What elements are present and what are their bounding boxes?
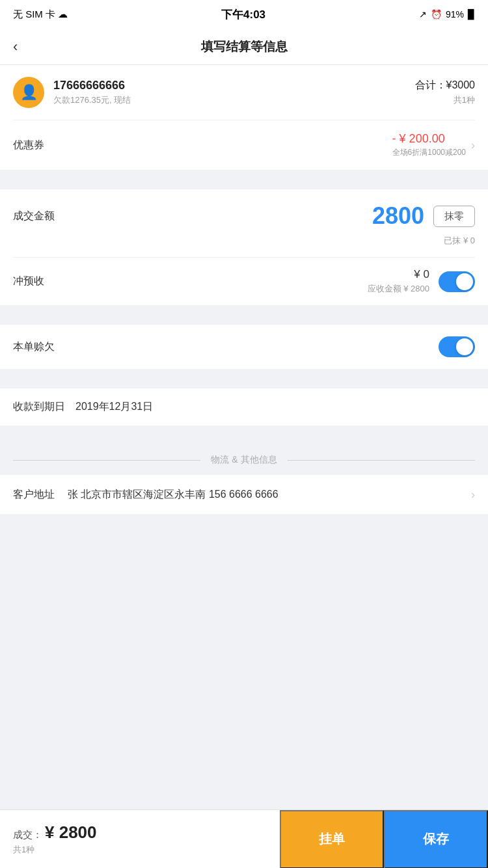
address-value: 张 北京市市辖区海淀区永丰南 156 6666 6666 xyxy=(68,487,465,502)
avatar: 👤 xyxy=(13,77,44,108)
coupon-desc: 全场6折满1000减200 xyxy=(392,147,466,158)
bottom-amount: ¥ 2800 xyxy=(45,822,97,843)
debt-section: 本单赊欠 xyxy=(0,325,488,369)
status-right: ↗ ⏰ 91% ▉ xyxy=(419,9,475,20)
total-value: ¥3000 xyxy=(446,79,476,90)
address-label: 客户地址 xyxy=(13,487,55,502)
customer-left: 👤 17666666666 欠款1276.35元, 现结 xyxy=(13,77,131,108)
status-time: 下午4:03 xyxy=(221,7,265,22)
debt-label: 本单赊欠 xyxy=(13,340,55,354)
customer-card: 👤 17666666666 欠款1276.35元, 现结 合计：¥3000 共1… xyxy=(0,65,488,170)
prepay-row: 冲预收 ¥ 0 应收金额 ¥ 2800 xyxy=(0,258,488,305)
due-date-label: 收款到期日 xyxy=(13,400,65,414)
battery-label: 91% xyxy=(446,9,464,20)
nav-bar: ‹ 填写结算等信息 xyxy=(0,29,488,65)
spacer-4 xyxy=(0,432,488,445)
amount-row: 成交金额 2800 抹零 xyxy=(0,189,488,235)
location-icon: ↗ xyxy=(419,9,427,20)
due-date-row: 收款到期日 2019年12月31日 xyxy=(13,400,475,414)
address-row: 客户地址 张 北京市市辖区海淀区永丰南 156 6666 6666 › xyxy=(13,487,475,502)
coupon-arrow-icon: › xyxy=(471,139,475,152)
coupon-discount: - ¥ 200.00 xyxy=(392,132,466,146)
debt-toggle[interactable] xyxy=(439,336,475,357)
bottom-count: 共1种 xyxy=(13,844,267,856)
prepay-label: 冲预收 xyxy=(13,275,44,288)
hang-button[interactable]: 挂单 xyxy=(280,810,384,869)
customer-right: 合计：¥3000 共1种 xyxy=(415,79,476,106)
status-left: 无 SIM 卡 ☁ xyxy=(13,8,68,21)
alarm-icon: ⏰ xyxy=(431,9,442,20)
bottom-label: 成交： xyxy=(13,829,42,841)
prepay-right: ¥ 0 应收金额 ¥ 2800 xyxy=(368,268,475,295)
logistics-label: 物流 & 其他信息 xyxy=(211,454,277,466)
spacer xyxy=(0,176,488,189)
sim-label: 无 SIM 卡 ☁ xyxy=(13,8,68,21)
spacer-3 xyxy=(0,375,488,388)
customer-total: 合计：¥3000 xyxy=(415,79,476,92)
round-button[interactable]: 抹零 xyxy=(433,206,475,227)
address-arrow-icon: › xyxy=(471,487,475,502)
status-bar: 无 SIM 卡 ☁ 下午4:03 ↗ ⏰ 91% ▉ xyxy=(0,0,488,29)
spacer-2 xyxy=(0,312,488,325)
customer-phone: 17666666666 xyxy=(53,79,131,92)
amount-right: 2800 抹零 xyxy=(372,202,475,230)
save-button[interactable]: 保存 xyxy=(384,810,488,869)
prepay-toggle[interactable] xyxy=(439,271,475,292)
total-label: 合计： xyxy=(415,79,446,90)
amount-section: 成交金额 2800 抹零 已抹 ¥ 0 冲预收 ¥ 0 应收金额 ¥ 2800 xyxy=(0,189,488,305)
avatar-icon: 👤 xyxy=(20,84,38,101)
battery-icon: ▉ xyxy=(468,9,475,20)
due-date-value: 2019年12月31日 xyxy=(75,400,153,414)
page-title: 填写结算等信息 xyxy=(201,38,288,55)
due-date-section: 收款到期日 2019年12月31日 xyxy=(0,388,488,426)
spacer-bottom xyxy=(0,514,488,592)
address-section[interactable]: 客户地址 张 北京市市辖区海淀区永丰南 156 6666 6666 › xyxy=(0,475,488,514)
coupon-row[interactable]: 优惠券 - ¥ 200.00 全场6折满1000减200 › xyxy=(0,120,488,170)
prepay-receivable: 应收金额 ¥ 2800 xyxy=(368,283,429,295)
main-content: 👤 17666666666 欠款1276.35元, 现结 合计：¥3000 共1… xyxy=(0,65,488,657)
amount-sub: 已抹 ¥ 0 xyxy=(0,235,488,257)
bottom-summary: 成交： ¥ 2800 共1种 xyxy=(0,822,280,856)
customer-row: 👤 17666666666 欠款1276.35元, 现结 合计：¥3000 共1… xyxy=(0,65,488,120)
divider-line-right xyxy=(288,460,475,461)
bottom-bar: 成交： ¥ 2800 共1种 挂单 保存 xyxy=(0,809,488,868)
prepay-amount: ¥ 0 xyxy=(368,268,429,281)
customer-info: 17666666666 欠款1276.35元, 现结 xyxy=(53,79,131,106)
back-button[interactable]: ‹ xyxy=(13,38,18,55)
divider-line-left xyxy=(13,460,200,461)
amount-label: 成交金额 xyxy=(13,210,55,223)
customer-count: 共1种 xyxy=(415,94,476,106)
coupon-label: 优惠券 xyxy=(13,139,44,152)
amount-value: 2800 xyxy=(372,202,424,230)
prepay-values: ¥ 0 应收金额 ¥ 2800 xyxy=(368,268,429,295)
logistics-divider: 物流 & 其他信息 xyxy=(0,445,488,475)
customer-debt: 欠款1276.35元, 现结 xyxy=(53,94,131,106)
